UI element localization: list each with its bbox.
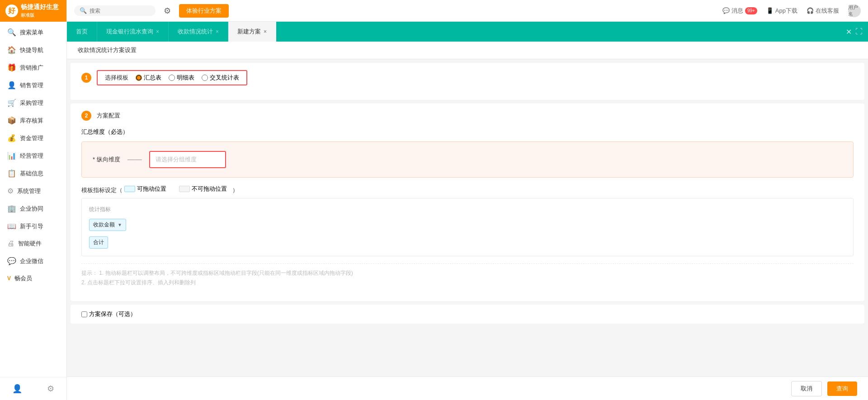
cancel-button[interactable]: 取消 [791, 381, 822, 396]
tab-bank-flow[interactable]: 现金银行流水查询 × [97, 22, 169, 42]
user-avatar[interactable]: 用户名 [848, 5, 861, 17]
subtotal-tag: 合计 [89, 236, 108, 249]
indicator-title: 统计指标 [89, 206, 846, 213]
message-button[interactable]: 💬 消息 99+ [722, 7, 757, 15]
sidebar-item-enterprise[interactable]: 🏢 企业协同 [0, 200, 66, 217]
sidebar-item-label: 企业微信 [20, 257, 43, 265]
sidebar-item-basic-info[interactable]: 📋 基础信息 [0, 165, 66, 182]
tab-receipt-stat-close[interactable]: × [216, 28, 219, 35]
search-box[interactable]: 🔍 [74, 5, 156, 16]
step1-section: 1 选择模板 汇总表 明细表 交叉统 [71, 63, 864, 100]
radio-summary[interactable]: 汇总表 [136, 74, 161, 82]
radio-cross-input[interactable] [202, 75, 208, 81]
sidebar-item-label: 系统管理 [17, 187, 41, 195]
sidebar-item-guide[interactable]: 📖 新手引导 [0, 217, 66, 235]
bottom-bar: 取消 查询 [67, 376, 868, 400]
logo-icon: 好 [5, 5, 18, 17]
vertical-dim-label: * 纵向维度 [93, 155, 120, 164]
page-title-bar: 收款情况统计方案设置 [67, 42, 868, 59]
online-service-button[interactable]: 🎧 在线客服 [807, 7, 839, 15]
app-download-button[interactable]: 📱 App下载 [766, 7, 797, 15]
tab-expand-button[interactable]: ⛶ [855, 28, 863, 36]
sidebar-item-search-menu[interactable]: 🔍 搜索菜单 [0, 24, 66, 41]
amount-tag-label: 收款金额 [93, 221, 115, 229]
sidebar-item-wechat[interactable]: 💬 企业微信 [0, 252, 66, 270]
search-icon: 🔍 [80, 7, 87, 14]
search-input[interactable] [90, 8, 144, 14]
page-title: 收款情况统计方案设置 [78, 47, 137, 53]
app-download-label: App下载 [775, 7, 797, 15]
sidebar-item-purchase[interactable]: 🛒 采购管理 [0, 94, 66, 112]
tab-new-plan-close[interactable]: × [264, 28, 267, 35]
radio-summary-label: 汇总表 [144, 74, 161, 82]
sidebar-bottom-left[interactable]: 👤 [9, 381, 25, 396]
tab-bank-flow-close[interactable]: × [156, 28, 159, 35]
sidebar-item-quick-nav[interactable]: 🏠 快捷导航 [0, 41, 66, 59]
sidebar-item-label: 智能硬件 [18, 240, 42, 248]
system-icon: ⚙ [7, 187, 14, 195]
tab-receipt-stat[interactable]: 收款情况统计 × [169, 22, 228, 42]
step1-num: 1 [81, 73, 91, 83]
sidebar-item-sales[interactable]: 👤 销售管理 [0, 76, 66, 94]
amount-tag[interactable]: 收款金额 ▼ [89, 219, 126, 231]
sidebar-bottom-right[interactable]: ⚙ [44, 381, 57, 396]
query-button[interactable]: 查询 [827, 381, 857, 396]
sidebar-item-system[interactable]: ⚙ 系统管理 [0, 182, 66, 200]
step2-label: 方案配置 [97, 112, 120, 120]
indicator-settings-row: 模板指标设定（ 可拖动位置 不可拖动位置 ） [81, 185, 854, 194]
sidebar-item-member[interactable]: V 畅会员 [0, 270, 66, 287]
sidebar-item-label: 采购管理 [20, 99, 43, 107]
sidebar: 好 畅捷通好生意 标准版 🔍 搜索菜单 🏠 快捷导航 🎁 营销推广 👤 销售管理… [0, 0, 67, 400]
indicator-settings-mid-label [171, 187, 177, 193]
radio-cross-label: 交叉统计表 [210, 74, 239, 82]
dim-title-row: 汇总维度（必选） [81, 128, 854, 136]
legend-nodrag: 不可拖动位置 [179, 185, 227, 193]
sidebar-item-inventory[interactable]: 📦 库存核算 [0, 112, 66, 129]
service-icon: 🎧 [807, 7, 814, 14]
settings-icon[interactable]: ⚙ [161, 5, 174, 17]
purchase-icon: 🛒 [7, 99, 16, 107]
drag-indicator [124, 186, 135, 192]
dimension-area: * 纵向维度 —— 请选择分组维度 [81, 141, 854, 178]
tab-close-all-button[interactable]: ✕ [846, 28, 852, 36]
save-plan-checkbox[interactable]: 方案保存（可选） [81, 310, 136, 318]
topbar: 🔍 ⚙ 体验行业方案 💬 消息 99+ 📱 App下载 🎧 在线客服 用户名 [67, 0, 868, 22]
legend-drag-label: 可拖动位置 [137, 185, 166, 193]
sidebar-menu: 🔍 搜索菜单 🏠 快捷导航 🎁 营销推广 👤 销售管理 🛒 采购管理 📦 库存核… [0, 22, 66, 377]
step2-title-row: 2 方案配置 [81, 111, 854, 121]
nodrag-indicator [179, 186, 190, 192]
step1-row: 1 选择模板 汇总表 明细表 交叉统 [81, 70, 854, 85]
sidebar-item-smart-hw[interactable]: 🖨 智能硬件 [0, 235, 66, 252]
radio-cross[interactable]: 交叉统计表 [202, 74, 239, 82]
sidebar-item-label: 资金管理 [20, 134, 43, 142]
template-radio-group: 汇总表 明细表 交叉统计表 [136, 74, 239, 82]
indicator-section: 统计指标 收款金额 ▼ 合计 [81, 198, 854, 256]
online-service-label: 在线客服 [816, 7, 839, 15]
save-plan-input[interactable] [81, 311, 87, 317]
sidebar-item-finance[interactable]: 💰 资金管理 [0, 129, 66, 147]
enterprise-icon: 🏢 [7, 204, 16, 213]
sidebar-item-label: 新手引导 [20, 222, 43, 231]
summary-dim-title: 汇总维度（必选） [81, 128, 128, 136]
main-area: 🔍 ⚙ 体验行业方案 💬 消息 99+ 📱 App下载 🎧 在线客服 用户名 [67, 0, 868, 400]
group-dim-select[interactable]: 请选择分组维度 [149, 151, 226, 168]
arrow-icon: —— [127, 155, 142, 164]
wechat-icon: 💬 [7, 257, 16, 265]
sidebar-item-label: 企业协同 [20, 205, 43, 213]
content-area: 收款情况统计方案设置 1 选择模板 汇总表 明细表 [67, 42, 868, 376]
sidebar-item-marketing[interactable]: 🎁 营销推广 [0, 59, 66, 76]
sidebar-item-label: 经营管理 [20, 152, 43, 160]
guide-icon: 📖 [7, 222, 16, 231]
dimension-row: * 纵向维度 —— 请选择分组维度 [93, 151, 842, 168]
indicator-settings-end-label: ） [232, 187, 238, 193]
sidebar-item-label: 销售管理 [20, 81, 43, 89]
radio-summary-input[interactable] [136, 75, 142, 81]
radio-detail[interactable]: 明细表 [169, 74, 194, 82]
radio-detail-input[interactable] [169, 75, 175, 81]
sidebar-item-operations[interactable]: 📊 经营管理 [0, 147, 66, 165]
quick-nav-icon: 🏠 [7, 46, 16, 54]
industry-plan-button[interactable]: 体验行业方案 [179, 4, 229, 18]
tab-new-plan[interactable]: 新建方案 × [228, 22, 276, 42]
tab-home[interactable]: 首页 [67, 22, 97, 42]
sales-icon: 👤 [7, 81, 16, 89]
